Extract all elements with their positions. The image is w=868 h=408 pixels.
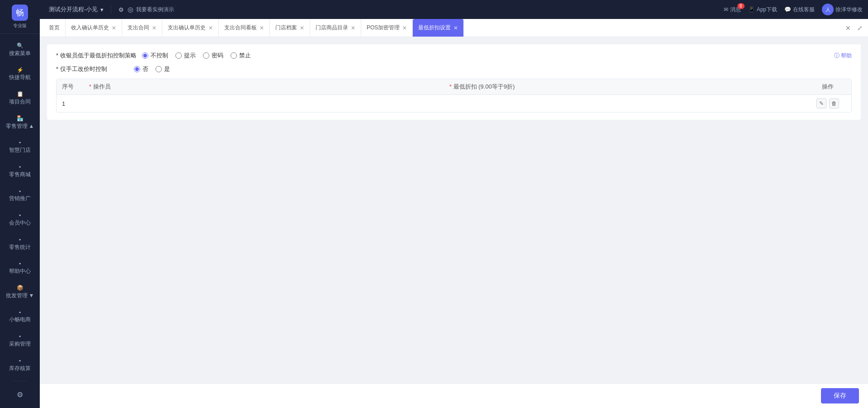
discount-table: 序号 * 操作员 * 最低折扣 (9.00等于9折) 操作 1 — [56, 79, 852, 113]
sidebar-item-inventory[interactable]: ▪库存核算 — [0, 352, 40, 377]
delete-row-button[interactable]: 🗑 — [829, 98, 839, 108]
radio-label-no-control: 不控制 — [151, 52, 168, 60]
manual-radio-label-no: 否 — [142, 65, 148, 73]
radio-item-hint[interactable]: 提示 — [175, 52, 196, 60]
tab-close-icon[interactable]: ✕ — [300, 25, 304, 31]
tab-payment-contract[interactable]: 支出合同✕ — [122, 19, 162, 37]
discount-policy-label: * 收银员低于最低折扣控制策略 — [56, 52, 137, 60]
save-button[interactable]: 保存 — [821, 388, 859, 403]
tab-label: 收入确认单历史 — [71, 24, 109, 32]
footer-bar: 保存 — [40, 383, 868, 408]
radio-input-hint[interactable] — [175, 52, 182, 59]
sidebar-item-online-shop[interactable]: ▪零售商城 — [0, 159, 40, 183]
project-selector[interactable]: 测试分开流程-小见 ▾ — [45, 4, 107, 15]
tab-store-archive[interactable]: 门店档案✕ — [270, 19, 310, 37]
online-support-button[interactable]: 💬 在线客服 — [784, 6, 815, 14]
sidebar-item-project[interactable]: 📋项目合同 — [0, 86, 40, 110]
tab-actions: ✕ ⤢ — [844, 23, 864, 33]
tabbar: 首页收入确认单历史✕支出合同✕支出确认单历史✕支出合同看板✕门店档案✕门店商品目… — [40, 19, 868, 37]
topbar: 测试分开流程-小见 ▾ ⚙ ◎ 我要看实例演示 ✉ 消息 8 📱 App下载 💬… — [40, 0, 868, 19]
app-icon: 📱 — [748, 6, 755, 13]
project-arrow: ▾ — [100, 6, 104, 13]
manual-radio-item-yes[interactable]: 是 — [156, 65, 170, 73]
nav-icon: ▪ — [19, 236, 21, 244]
tab-min-discount[interactable]: 最低折扣设置✕ — [413, 19, 464, 37]
radio-input-no-control[interactable] — [142, 52, 148, 59]
tab-close-icon[interactable]: ✕ — [152, 25, 156, 31]
th-action: 操作 — [810, 83, 846, 91]
close-all-tabs-button[interactable]: ✕ — [844, 23, 853, 33]
tab-income-history[interactable]: 收入确认单历史✕ — [66, 19, 122, 37]
help-button[interactable]: ⓘ 帮助 — [834, 52, 852, 60]
support-label: 在线客服 — [793, 6, 815, 14]
tab-label: 门店档案 — [275, 24, 297, 32]
manual-price-label: * 仅手工改价时控制 — [56, 65, 128, 73]
sidebar-item-smart-store[interactable]: ▪智慧门店 — [0, 134, 40, 159]
message-badge: 8 — [737, 3, 745, 9]
sidebar-bottom: ⚙ — [13, 381, 27, 408]
manual-radio-item-no[interactable]: 否 — [134, 65, 148, 73]
tab-pos-password[interactable]: POS加密管理✕ — [361, 19, 413, 37]
radio-item-no-control[interactable]: 不控制 — [142, 52, 168, 60]
manual-price-radio-group: 否是 — [134, 65, 170, 73]
discount-policy-row: * 收银员低于最低折扣控制策略 不控制提示密码禁止 ⓘ 帮助 — [56, 52, 852, 60]
logo-icon: 畅 — [12, 5, 28, 21]
tab-close-icon[interactable]: ✕ — [351, 25, 355, 31]
user-profile-button[interactable]: 人 徐泽华修改 — [822, 4, 863, 15]
nav-icon: 🔍 — [17, 42, 24, 50]
tab-home[interactable]: 首页 — [43, 19, 66, 37]
arrow-icon: ▼ — [29, 292, 34, 300]
sidebar: 畅 专业版 🔍搜索菜单⚡快捷导航📋项目合同🏪零售管理▲▪智慧门店▪零售商城▪营销… — [0, 0, 40, 408]
radio-input-forbid[interactable] — [231, 52, 237, 59]
message-icon: ✉ — [724, 6, 728, 13]
tab-label: 支出合同 — [127, 24, 149, 32]
tab-payment-board[interactable]: 支出合同看板✕ — [219, 19, 270, 37]
sidebar-item-finance[interactable]: ▪资金管理 — [0, 376, 40, 381]
help-label: 帮助 — [841, 52, 852, 60]
sidebar-item-purchase[interactable]: ▪采购管理 — [0, 328, 40, 352]
tab-close-icon[interactable]: ✕ — [453, 25, 458, 31]
nav-icon: ▪ — [19, 188, 21, 195]
sidebar-item-search[interactable]: 🔍搜索菜单 — [0, 38, 40, 62]
tab-close-icon[interactable]: ✕ — [259, 25, 264, 31]
tab-label: 首页 — [49, 24, 60, 32]
app-download-button[interactable]: 📱 App下载 — [748, 6, 777, 14]
sidebar-item-marketing[interactable]: ▪营销推广 — [0, 183, 40, 207]
tab-store-catalog[interactable]: 门店商品目录✕ — [310, 19, 361, 37]
discount-policy-radio-group: 不控制提示密码禁止 — [142, 52, 251, 60]
tab-close-icon[interactable]: ✕ — [208, 25, 213, 31]
tab-label: 最低折扣设置 — [418, 24, 451, 32]
sidebar-item-help[interactable]: ▪帮助中心 — [0, 255, 40, 280]
td-seq: 1 — [62, 100, 89, 107]
td-action: ✎ 🗑 — [810, 98, 846, 108]
sidebar-item-stats[interactable]: ▪零售统计 — [0, 231, 40, 256]
radio-label-hint: 提示 — [184, 52, 196, 60]
main-area: 测试分开流程-小见 ▾ ⚙ ◎ 我要看实例演示 ✉ 消息 8 📱 App下载 💬… — [40, 0, 868, 408]
tab-close-icon[interactable]: ✕ — [402, 25, 407, 31]
demo-link[interactable]: ◎ 我要看实例演示 — [127, 5, 174, 14]
settings-button[interactable]: ⚙ — [13, 387, 27, 403]
manual-radio-input-no[interactable] — [134, 66, 140, 72]
settings-config[interactable]: ⚙ — [115, 5, 127, 15]
th-discount: * 最低折扣 (9.00等于9折) — [449, 83, 810, 91]
radio-input-password[interactable] — [203, 52, 209, 59]
sidebar-item-ecommerce[interactable]: ▪小畅电商 — [0, 304, 40, 328]
edit-row-button[interactable]: ✎ — [816, 98, 826, 108]
demo-label: 我要看实例演示 — [136, 6, 174, 14]
radio-item-password[interactable]: 密码 — [203, 52, 223, 60]
expand-tabs-button[interactable]: ⤢ — [855, 23, 864, 33]
messages-button[interactable]: ✉ 消息 8 — [724, 6, 741, 14]
sidebar-item-member[interactable]: ▪会员中心 — [0, 207, 40, 231]
radio-item-forbid[interactable]: 禁止 — [231, 52, 251, 60]
sidebar-item-wholesale[interactable]: 📦批发管理▼ — [0, 280, 40, 304]
sidebar-item-retail[interactable]: 🏪零售管理▲ — [0, 110, 40, 135]
tab-label: 门店商品目录 — [316, 24, 348, 32]
nav-icon: ▪ — [19, 260, 21, 267]
support-icon: 💬 — [784, 6, 791, 13]
table-header: 序号 * 操作员 * 最低折扣 (9.00等于9折) 操作 — [57, 79, 851, 95]
manual-radio-input-yes[interactable] — [156, 66, 162, 72]
sidebar-item-shortcut[interactable]: ⚡快捷导航 — [0, 62, 40, 86]
tab-payment-history[interactable]: 支出确认单历史✕ — [162, 19, 219, 37]
tab-label: 支出确认单历史 — [168, 24, 206, 32]
tab-close-icon[interactable]: ✕ — [112, 25, 116, 31]
